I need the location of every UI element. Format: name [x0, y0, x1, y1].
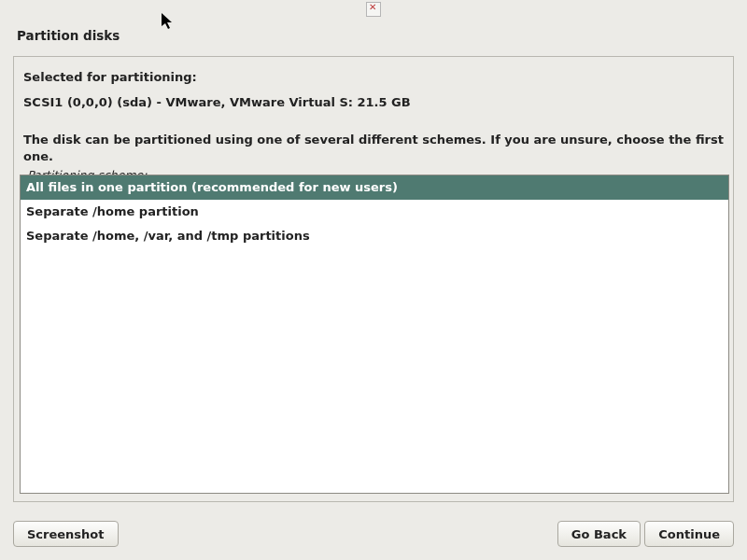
disk-info: SCSI1 (0,0,0) (sda) - VMware, VMware Vir…: [23, 95, 724, 109]
footer-bar: Screenshot Go Back Continue: [13, 519, 734, 547]
svg-marker-0: [162, 13, 172, 29]
instruction-text: The disk can be partitioned using one of…: [23, 132, 724, 164]
screenshot-button[interactable]: Screenshot: [13, 521, 119, 547]
continue-button[interactable]: Continue: [644, 521, 734, 547]
scheme-option-label: All files in one partition (recommended …: [26, 180, 398, 194]
partitioning-scheme-listbox[interactable]: All files in one partition (recommended …: [20, 175, 729, 494]
header-file-icon: [366, 2, 381, 17]
scheme-option-all-one[interactable]: All files in one partition (recommended …: [21, 175, 728, 200]
go-back-button[interactable]: Go Back: [557, 521, 641, 547]
scheme-option-label: Separate /home partition: [26, 204, 199, 218]
button-label: Screenshot: [27, 527, 105, 541]
button-label: Go Back: [571, 527, 627, 541]
scheme-option-home-var-tmp[interactable]: Separate /home, /var, and /tmp partition…: [21, 224, 728, 248]
button-label: Continue: [658, 527, 720, 541]
main-panel: Selected for partitioning: SCSI1 (0,0,0)…: [13, 56, 734, 502]
page-title: Partition disks: [17, 28, 120, 43]
scheme-option-home[interactable]: Separate /home partition: [21, 200, 728, 224]
scheme-option-label: Separate /home, /var, and /tmp partition…: [26, 229, 310, 243]
selected-for-label: Selected for partitioning:: [23, 70, 724, 84]
installer-window: Partition disks Selected for partitionin…: [0, 0, 747, 560]
